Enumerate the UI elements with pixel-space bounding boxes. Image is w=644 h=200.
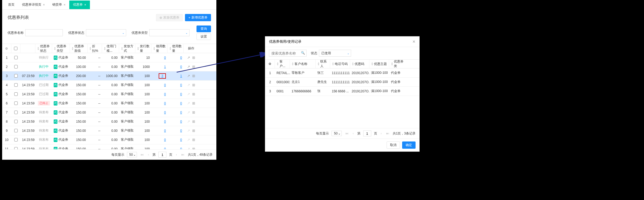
qrcode-icon[interactable]: ⊞ [192, 147, 195, 149]
cell-claim[interactable]: 0 [151, 92, 168, 96]
share-icon[interactable]: ↗ [187, 138, 190, 142]
share-icon[interactable]: ↗ [187, 147, 190, 149]
cell-claim[interactable]: 0 [151, 138, 168, 142]
m-col-phone[interactable]: ▲▼电话号码 [330, 60, 350, 68]
cell-claim[interactable]: 0 [151, 120, 168, 123]
table-row[interactable]: 814 23:59待发布代代金券150.00--0.00客户领取10000↗⊞ [2, 117, 216, 126]
share-icon[interactable]: ↗ [187, 110, 190, 114]
status-select[interactable]: ⌄ [86, 29, 126, 36]
m-col-contact[interactable]: ▲▼联系人 [316, 60, 330, 68]
cell-claim[interactable]: 0 [151, 147, 168, 150]
cell-claim[interactable]: 3 [151, 73, 168, 79]
cell-claim[interactable]: 0 [151, 101, 168, 105]
m-col-code[interactable]: ▲▼客户... [275, 60, 290, 68]
col-claim[interactable]: ▲▼领用数量 [151, 44, 168, 53]
cell-use[interactable]: 0 [168, 147, 184, 150]
col-thresh[interactable]: ▲▼使用门槛... [102, 44, 119, 53]
table-row[interactable]: 614 23:59已终止代代金券150.00--0.00客户领取10000↗⊞ [2, 99, 216, 108]
cell-use[interactable]: 0 [168, 92, 184, 96]
issue-coupon-button[interactable]: ⊕ 发放优惠券 [156, 14, 183, 21]
share-icon[interactable]: ↗ [187, 101, 190, 105]
tab-首页[interactable]: 首页 [4, 1, 18, 9]
last-page-icon[interactable]: ⏭ [180, 153, 185, 157]
first-page-icon[interactable]: ⏮ [344, 132, 349, 135]
col-use[interactable]: ▲▼使用数量 [168, 44, 184, 53]
col-time[interactable] [20, 44, 35, 53]
qrcode-icon[interactable]: ⊞ [192, 110, 195, 114]
modal-per-page-select[interactable]: 50 ⌄ [332, 131, 341, 136]
cancel-button[interactable]: 取消 [387, 141, 400, 149]
col-disc[interactable]: ▲▼折扣% [88, 44, 102, 53]
prev-page-icon[interactable]: ‹ [352, 132, 355, 135]
cell-use[interactable]: 0 [168, 56, 184, 60]
row-checkbox[interactable] [11, 83, 20, 87]
row-checkbox[interactable] [11, 120, 20, 123]
row-checkbox[interactable] [11, 92, 20, 96]
qrcode-icon[interactable]: ⊞ [192, 56, 195, 60]
prev-page-icon[interactable]: ‹ [147, 153, 150, 157]
search-icon[interactable]: 🔍 [301, 51, 305, 55]
table-row[interactable]: 1014 23:59待发布代代金券150.00--0.00客户领取10000↗⊞ [2, 135, 216, 144]
m-col-subj[interactable]: ▲▼优惠主题 [369, 60, 389, 68]
cell-use[interactable]: 0 [168, 129, 184, 133]
gear-icon[interactable]: ⚙ [265, 60, 275, 68]
query-button[interactable]: 查询 [197, 26, 211, 32]
table-row[interactable]: 1114 23:59待发布代代金券150.00--0.00客户领取10000↗⊞ [2, 144, 216, 149]
qrcode-icon[interactable]: ⊞ [192, 138, 195, 142]
cell-use[interactable]: 0 [168, 83, 184, 87]
share-icon[interactable]: ↗ [187, 129, 190, 133]
m-col-name[interactable]: ▲▼客户名称 [290, 60, 316, 68]
confirm-button[interactable]: 确定 [402, 141, 416, 149]
settings-button[interactable]: 设置 [197, 33, 211, 40]
row-checkbox[interactable] [11, 129, 20, 132]
table-row[interactable]: 514 23:59已过期代代金券150.00--0.00客户领取10000↗⊞ [2, 90, 216, 99]
cell-use[interactable]: 0 [168, 120, 184, 123]
col-status[interactable]: ▲▼优惠券状态 [35, 44, 52, 53]
row-checkbox[interactable] [11, 111, 20, 114]
share-icon[interactable]: ↗ [187, 56, 190, 60]
share-icon[interactable]: ↗ [187, 65, 190, 69]
share-icon[interactable]: ↗ [187, 83, 190, 87]
close-icon[interactable]: × [84, 3, 86, 7]
share-icon[interactable]: ↗ [187, 119, 190, 123]
cell-claim[interactable]: 0 [151, 56, 168, 60]
last-page-icon[interactable]: ⏭ [385, 132, 390, 135]
cell-use[interactable]: 0 [168, 138, 184, 142]
page-input[interactable] [158, 152, 166, 158]
qrcode-icon[interactable]: ⊞ [192, 101, 195, 105]
qrcode-icon[interactable]: ⊞ [192, 74, 195, 78]
table-row[interactable]: 714 23:59待发布代代金券150.00--0.00客户领取10000↗⊞ [2, 108, 216, 117]
modal-page-input[interactable] [363, 130, 371, 136]
share-icon[interactable]: ↗ [187, 92, 190, 96]
m-col-type[interactable]: ▲▼优惠券类 [389, 60, 405, 68]
modal-status-select[interactable]: 已使用⌄ [319, 50, 351, 57]
table-row[interactable]: 3000117666666666张156 6666 ...20191207O..… [265, 87, 419, 96]
qrcode-icon[interactable]: ⊞ [192, 83, 195, 87]
table-row[interactable]: 414 23:59已过期代代金券150.00--0.00客户领取10000↗⊞ [2, 81, 216, 90]
m-col-ccode[interactable]: ▲▼优惠码 [350, 60, 369, 68]
close-icon[interactable]: ✕ [412, 39, 416, 44]
table-row[interactable]: 1待执行代代金券50.00--0.00客户领取1000↗⊞ [2, 53, 216, 62]
row-checkbox[interactable] [11, 56, 20, 59]
col-method[interactable]: ▲▼发放方式 [119, 44, 135, 53]
qrcode-icon[interactable]: ⊞ [192, 129, 195, 133]
first-page-icon[interactable]: ⏮ [140, 153, 144, 157]
qrcode-icon[interactable]: ⊞ [192, 119, 195, 123]
table-row[interactable]: 914 23:59待发布代代金券150.00--0.00客户领取10000↗⊞ [2, 126, 216, 135]
cell-use[interactable]: 0 [168, 111, 184, 114]
type-select[interactable]: ⌄ [149, 29, 190, 36]
select-all-checkbox[interactable] [11, 44, 20, 53]
next-page-icon[interactable]: › [380, 132, 383, 135]
cell-use[interactable]: 0 [168, 101, 184, 105]
tab-优惠券[interactable]: 优惠券× [69, 1, 90, 9]
qrcode-icon[interactable]: ⊞ [192, 92, 195, 96]
col-type[interactable]: ▲▼优惠券类型 [52, 44, 70, 53]
cell-use[interactable]: 1 [168, 74, 184, 78]
next-page-icon[interactable]: › [175, 153, 178, 157]
col-face[interactable]: ▲▼优惠券面值 [70, 44, 88, 53]
cell-claim[interactable]: 0 [151, 129, 168, 133]
cell-claim[interactable]: 0 [151, 83, 168, 87]
tab-优惠券详情页[interactable]: 优惠券详情页× [18, 1, 49, 9]
cell-use[interactable]: 0 [168, 65, 184, 69]
row-checkbox[interactable] [11, 147, 20, 149]
